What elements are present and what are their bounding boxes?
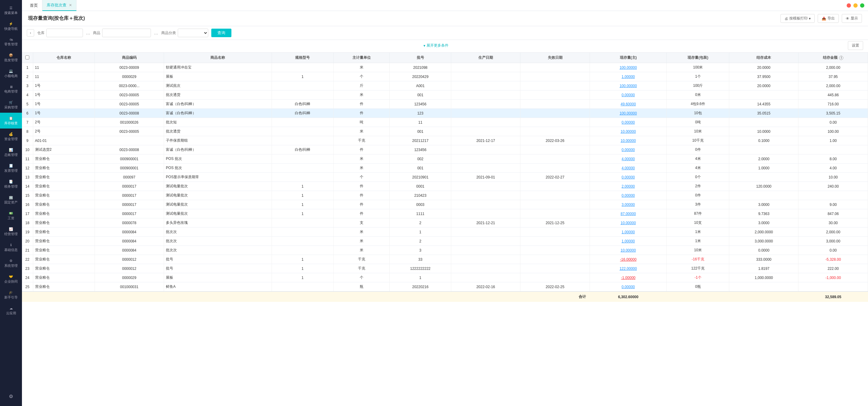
row-spec xyxy=(272,246,333,255)
sidebar-item-ledger[interactable]: 📊 总账管理 xyxy=(0,144,22,160)
print-template-button[interactable]: 🖨 按模板打印 ▾ xyxy=(780,14,815,23)
row-qty-main[interactable]: 10.00000 xyxy=(590,136,667,145)
row-qty-main[interactable]: 1.00000 xyxy=(590,228,667,237)
row-qty-main[interactable]: -1.00000 xyxy=(590,273,667,282)
row-num: 5 xyxy=(22,100,33,109)
row-qty-main[interactable]: 1.00000 xyxy=(590,72,667,81)
display-button[interactable]: 👁 显示 xyxy=(842,14,862,23)
row-qty-main[interactable]: 100.00000 xyxy=(590,109,667,118)
sidebar-item-cloud[interactable]: ☁ 云应用 xyxy=(0,303,22,318)
qty-main-link[interactable]: -16.00000 xyxy=(620,257,637,262)
row-qty-main[interactable]: 87.00000 xyxy=(590,209,667,218)
qty-main-link[interactable]: 100.00000 xyxy=(620,111,637,115)
qty-main-link[interactable]: 100.00000 xyxy=(620,84,637,88)
row-total: -5,328.00 xyxy=(799,255,868,264)
sidebar-item-small-ecom[interactable]: 💻 小额电商 xyxy=(0,66,22,81)
sidebar-item-basic-info[interactable]: ℹ 基础信息 xyxy=(0,239,22,255)
qty-main-link[interactable]: 49.60000 xyxy=(621,102,636,106)
tab-home[interactable]: 首页 xyxy=(26,0,42,11)
window-min-button[interactable] xyxy=(854,3,858,8)
expand-more-conditions[interactable]: ▾ 展开更多条件 xyxy=(424,43,448,48)
settings-panel-button[interactable]: 设置 xyxy=(848,41,863,50)
qty-main-link[interactable]: 1.00000 xyxy=(622,239,635,243)
total-info-icon[interactable]: i xyxy=(839,56,843,60)
row-qty-main[interactable]: 0.00000 xyxy=(590,282,667,292)
sidebar-item-invoice[interactable]: 🧾 发票管理 xyxy=(0,160,22,176)
sidebar-item-purchase[interactable]: 🛒 采购管理 xyxy=(0,97,22,113)
row-qty-pkg: 87件 xyxy=(667,209,729,218)
qty-main-link[interactable]: 122.00000 xyxy=(620,267,637,271)
qty-main-link[interactable]: 10.00000 xyxy=(621,248,636,252)
row-qty-main[interactable]: -16.00000 xyxy=(590,255,667,264)
row-warehouse: 营业粮仓 xyxy=(33,209,94,218)
qty-main-link[interactable]: 0.00000 xyxy=(622,148,635,152)
qty-main-link[interactable]: 87.00000 xyxy=(621,212,636,216)
row-spec xyxy=(272,81,333,91)
row-qty-main[interactable]: 0.00000 xyxy=(590,145,667,155)
row-qty-main[interactable]: 10.00000 xyxy=(590,218,667,228)
row-qty-main[interactable]: 4.00000 xyxy=(590,155,667,164)
sidebar-item-salary[interactable]: 💵 工资 xyxy=(0,208,22,224)
search-button[interactable]: 查询 xyxy=(211,29,231,37)
row-qty-main[interactable]: 0.00000 xyxy=(590,191,667,200)
row-warehouse: 营业粮仓 xyxy=(33,228,94,237)
sidebar-item-quicknav[interactable]: ⚡ 快捷导航 xyxy=(0,18,22,34)
qty-main-link[interactable]: 2.00000 xyxy=(622,184,635,189)
row-qty-main[interactable]: 122.00000 xyxy=(590,264,667,273)
tab-close-icon[interactable]: ✕ xyxy=(69,3,72,7)
row-qty-main[interactable]: 3.00000 xyxy=(590,200,667,209)
qty-main-link[interactable]: 3.00000 xyxy=(622,203,635,207)
sidebar-item-finance[interactable]: 💰 资金管理 xyxy=(0,129,22,144)
window-max-button[interactable] xyxy=(860,3,864,8)
row-num: 10 xyxy=(22,145,33,155)
row-spec xyxy=(272,118,333,127)
row-qty-main[interactable]: 10.00000 xyxy=(590,246,667,255)
qty-main-link[interactable]: 10.00000 xyxy=(621,130,636,134)
qty-main-link[interactable]: 10.00000 xyxy=(621,221,636,225)
qty-main-link[interactable]: 4.00000 xyxy=(622,157,635,161)
export-button[interactable]: 📤 导出 xyxy=(818,14,839,23)
warehouse-input[interactable] xyxy=(46,29,83,37)
qty-main-link[interactable]: -1.00000 xyxy=(621,276,636,280)
tab-inventory-batch[interactable]: 库存批次查 ✕ xyxy=(42,0,76,11)
qty-main-link[interactable]: 10.00000 xyxy=(621,139,636,143)
window-close-button[interactable] xyxy=(847,3,851,8)
qty-main-link[interactable]: 0.00000 xyxy=(622,194,635,198)
sidebar-item-system[interactable]: ⚙ 系统管理 xyxy=(0,255,22,271)
row-qty-main[interactable]: 2.00000 xyxy=(590,182,667,191)
row-qty-main[interactable]: 1.00000 xyxy=(590,237,667,246)
row-qty-main[interactable]: 100.00000 xyxy=(590,63,667,72)
row-qty-main[interactable]: 100.00000 xyxy=(590,81,667,91)
qty-main-link[interactable]: 1.00000 xyxy=(622,230,635,234)
sidebar-item-enterprise[interactable]: 🤝 企业协同 xyxy=(0,271,22,287)
qty-main-link[interactable]: 100.00000 xyxy=(620,66,637,70)
qty-main-link[interactable]: 0.00000 xyxy=(622,175,635,179)
category-select[interactable] xyxy=(178,29,208,37)
qty-main-link[interactable]: 0.00000 xyxy=(622,120,635,125)
sidebar-item-management[interactable]: 📈 经营管理 xyxy=(0,224,22,239)
select-all-checkbox[interactable] xyxy=(25,56,29,59)
qty-main-link[interactable]: 0.00000 xyxy=(622,285,635,289)
sidebar-item-inventory[interactable]: 📋 库存核查 xyxy=(0,113,22,129)
row-qty-main[interactable]: 4.00000 xyxy=(590,164,667,173)
goods-input[interactable] xyxy=(102,29,151,37)
sidebar-item-tax[interactable]: 📑 税务管理 xyxy=(0,176,22,192)
sidebar-item-guide[interactable]: 🎓 新手引导 xyxy=(0,287,22,303)
sidebar-item-retail[interactable]: 🛍 零售管理 xyxy=(0,34,22,49)
row-qty-main[interactable]: 49.60000 xyxy=(590,100,667,109)
sidebar-item-wholesale[interactable]: 📦 批发管理 xyxy=(0,49,22,66)
row-qty-main[interactable]: 0.00000 xyxy=(590,91,667,100)
qty-main-link[interactable]: 1.00000 xyxy=(622,75,635,79)
sidebar-item-search[interactable]: ☰ 搜索菜单 xyxy=(0,2,22,18)
sidebar-gear-button[interactable]: ⚙ xyxy=(8,391,14,402)
row-spec xyxy=(272,282,333,292)
qty-main-link[interactable]: 4.00000 xyxy=(622,166,635,170)
row-qty-main[interactable]: 10.00000 xyxy=(590,127,667,136)
sidebar-item-fixed-assets[interactable]: 🏢 固定资产 xyxy=(0,192,22,208)
row-qty-main[interactable]: 0.00000 xyxy=(590,118,667,127)
row-total: 10.00 xyxy=(799,173,868,182)
sidebar-item-ecom[interactable]: 🖥 电商管理 xyxy=(0,81,22,97)
row-qty-main[interactable]: 0.00000 xyxy=(590,173,667,182)
filter-nav-left[interactable]: › xyxy=(27,29,34,37)
qty-main-link[interactable]: 0.00000 xyxy=(622,93,635,97)
